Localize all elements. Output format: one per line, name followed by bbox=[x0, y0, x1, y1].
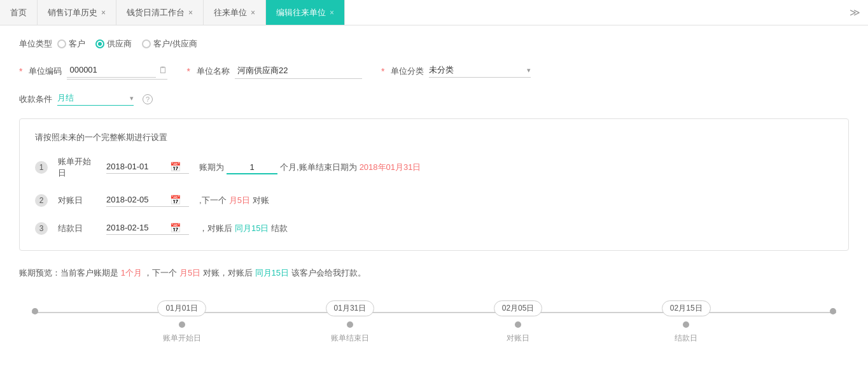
period-label-2: 对账日 bbox=[58, 195, 96, 206]
period-desc-3: ，对账后 同月15日 结款 bbox=[199, 223, 288, 234]
date-input-1[interactable] bbox=[106, 162, 170, 171]
timeline-right-dot bbox=[830, 308, 836, 314]
panel-title: 请按照未来的一个完整帐期进行设置 bbox=[35, 132, 833, 143]
tab-edit-partner[interactable]: 编辑往来单位 × bbox=[266, 0, 345, 25]
period-desc-2: ,下一个 月5日 对账 bbox=[199, 195, 269, 206]
unit-code-input[interactable] bbox=[67, 62, 156, 78]
timeline-point-1: 01月01日 账单开始日 bbox=[157, 300, 206, 344]
unit-code-input-wrapper: 🗒 bbox=[67, 62, 167, 80]
close-tab-edit-partner[interactable]: × bbox=[330, 8, 334, 17]
close-tab-sales-history[interactable]: × bbox=[101, 8, 106, 17]
payment-terms-label: 收款条件 bbox=[19, 94, 52, 105]
preview-part3: 同月15日 bbox=[255, 268, 289, 278]
code-name-row: * 单位编码 🗒 * 单位名称 * 单位分类 未分类 ▾ bbox=[19, 62, 849, 80]
period-num-2: 2 bbox=[35, 194, 48, 207]
radio-customer[interactable]: 客户 bbox=[57, 38, 85, 50]
unit-type-label: 单位类型 bbox=[19, 38, 52, 50]
timeline-badge-4: 02月15日 bbox=[662, 300, 711, 316]
period-desc-prefix-3: ，对账后 bbox=[199, 223, 232, 234]
unit-name-field: * 单位名称 bbox=[186, 64, 361, 79]
preview-prefix: 账期预览：当前客户账期是 bbox=[19, 268, 118, 278]
timeline-dot-2 bbox=[347, 321, 353, 328]
timeline-badge-3: 02月05日 bbox=[494, 300, 543, 316]
months-input[interactable] bbox=[227, 161, 277, 174]
timeline-point-2: 01月31日 账单结束日 bbox=[326, 300, 375, 344]
period-desc-months: 个月,账单结束日期为 bbox=[280, 162, 357, 173]
timeline-right-end bbox=[830, 308, 836, 314]
timeline-label-1: 账单开始日 bbox=[163, 333, 201, 344]
period-row-1: 1 账单开始日 📅 账期为 个月,账单结束日期为 2018年01月31日 bbox=[35, 156, 833, 179]
payment-terms-dropdown[interactable]: 月结 ▾ bbox=[57, 92, 134, 106]
period-row-3: 3 结款日 📅 ，对账后 同月15日 结款 bbox=[35, 222, 833, 235]
unit-type-row: 单位类型 客户 供应商 客户/供应商 bbox=[19, 38, 849, 50]
payment-terms-value: 月结 bbox=[57, 92, 127, 104]
timeline-label-4: 结款日 bbox=[675, 333, 697, 344]
timeline-dot-4 bbox=[683, 321, 689, 328]
period-num-3: 3 bbox=[35, 222, 48, 235]
date-input-2[interactable] bbox=[106, 195, 170, 204]
period-desc-1: 账期为 个月,账单结束日期为 2018年01月31日 bbox=[199, 161, 421, 174]
period-label-3: 结款日 bbox=[58, 223, 96, 234]
tab-bar: 首页 销售订单历史 × 钱货日清工作台 × 往来单位 × 编辑往来单位 × ≫ bbox=[0, 0, 868, 25]
highlight-day-2: 月5日 bbox=[229, 195, 250, 206]
period-desc-comma-2: ,下一个 bbox=[199, 195, 227, 206]
unit-category-value: 未分类 bbox=[429, 64, 524, 76]
calendar-icon-2[interactable]: 📅 bbox=[170, 195, 181, 205]
date-input-3[interactable] bbox=[106, 223, 170, 232]
timeline-points: 01月01日 账单开始日 01月31日 账单结束日 02月05日 对账日 02月… bbox=[32, 300, 836, 344]
timeline-point-3: 02月05日 对账日 bbox=[494, 300, 543, 344]
preview-text: 账期预览：当前客户账期是 1个月 ，下一个 月5日 对账，对账后 同月15日 该… bbox=[19, 261, 849, 285]
period-label-1: 账单开始日 bbox=[58, 156, 96, 179]
preview-middle2: 对账，对账后 bbox=[203, 268, 253, 278]
timeline-badge-2: 01月31日 bbox=[326, 300, 375, 316]
tab-partner[interactable]: 往来单位 × bbox=[204, 0, 266, 25]
required-star-code: * bbox=[19, 66, 22, 76]
timeline-dot-1 bbox=[179, 321, 185, 328]
unit-code-field: * 单位编码 🗒 bbox=[19, 62, 167, 80]
unit-category-field: * 单位分类 未分类 ▾ bbox=[381, 64, 531, 78]
preview-part1: 1个月 bbox=[121, 268, 142, 278]
close-tab-cash-work[interactable]: × bbox=[188, 8, 193, 17]
unit-name-input[interactable] bbox=[235, 64, 362, 79]
unit-name-label: 单位名称 bbox=[197, 66, 230, 77]
timeline-left-end bbox=[32, 308, 38, 314]
required-star-name: * bbox=[186, 66, 190, 76]
payment-terms-help-icon[interactable]: ? bbox=[143, 94, 153, 104]
radio-supplier[interactable]: 供应商 bbox=[95, 38, 132, 50]
highlight-day-3: 同月15日 bbox=[235, 223, 269, 234]
timeline-point-4: 02月15日 结款日 bbox=[662, 300, 711, 344]
radio-circle-customer bbox=[57, 39, 66, 48]
close-tab-partner[interactable]: × bbox=[251, 8, 255, 17]
unit-type-field: 单位类型 客户 供应商 客户/供应商 bbox=[19, 38, 197, 50]
unit-category-dropdown[interactable]: 未分类 ▾ bbox=[429, 64, 531, 78]
radio-circle-supplier bbox=[95, 39, 104, 48]
payment-terms-arrow-icon: ▾ bbox=[130, 94, 134, 102]
tab-home[interactable]: 首页 bbox=[0, 0, 38, 25]
timeline-left-dot bbox=[32, 308, 38, 314]
period-desc-suffix-2: 对账 bbox=[253, 195, 269, 206]
expand-button[interactable]: ≫ bbox=[842, 0, 868, 25]
tab-sales-history[interactable]: 销售订单历史 × bbox=[38, 0, 116, 25]
calendar-icon-1[interactable]: 📅 bbox=[170, 162, 181, 172]
unit-category-arrow-icon: ▾ bbox=[527, 66, 531, 74]
payment-terms-field: 收款条件 月结 ▾ ? bbox=[19, 92, 153, 106]
main-content: 单位类型 客户 供应商 客户/供应商 * 单位编码 bbox=[0, 25, 868, 387]
timeline-label-2: 账单结束日 bbox=[331, 333, 369, 344]
period-row-2: 2 对账日 📅 ,下一个 月5日 对账 bbox=[35, 194, 833, 207]
timeline-badge-1: 01月01日 bbox=[157, 300, 206, 316]
date-field-2: 📅 bbox=[106, 195, 189, 207]
unit-code-calendar-icon[interactable]: 🗒 bbox=[158, 65, 167, 75]
highlight-end-date: 2018年01月31日 bbox=[360, 162, 421, 173]
calendar-icon-3[interactable]: 📅 bbox=[170, 223, 181, 233]
timeline-dot-3 bbox=[515, 321, 521, 328]
radio-both[interactable]: 客户/供应商 bbox=[142, 38, 197, 50]
unit-category-label: 单位分类 bbox=[391, 66, 424, 77]
radio-group: 客户 供应商 客户/供应商 bbox=[57, 38, 197, 50]
preview-middle1: ，下一个 bbox=[144, 268, 177, 278]
timeline-wrapper: 01月01日 账单开始日 01月31日 账单结束日 02月05日 对账日 02月… bbox=[19, 300, 849, 344]
unit-code-label: 单位编码 bbox=[29, 66, 62, 77]
preview-suffix: 该客户会给我打款。 bbox=[291, 268, 366, 278]
period-desc-prefix-1: 账期为 bbox=[199, 162, 224, 173]
date-field-3: 📅 bbox=[106, 223, 189, 235]
tab-cash-work[interactable]: 钱货日清工作台 × bbox=[116, 0, 204, 25]
